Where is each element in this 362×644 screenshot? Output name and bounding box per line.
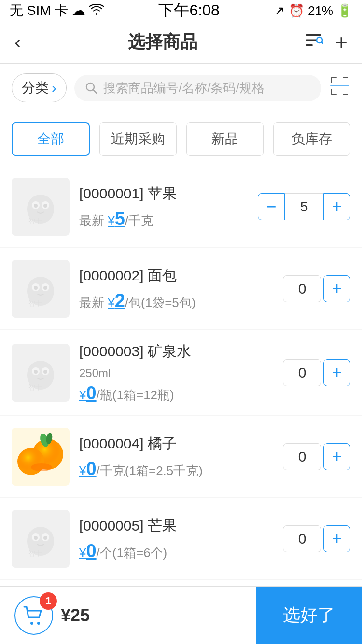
svg-rect-8 [331, 77, 332, 83]
owl-placeholder-icon: 智十 [19, 267, 62, 310]
quantity-plus-button[interactable]: + [323, 193, 350, 220]
quantity-minus-button[interactable]: − [258, 193, 285, 220]
tab-recent[interactable]: 近期采购 [99, 122, 177, 156]
svg-rect-15 [330, 85, 349, 86]
filter-icon[interactable] [304, 31, 323, 53]
product-price: 最新 ¥5/千克 [79, 209, 258, 229]
cart-icon [23, 606, 44, 625]
svg-point-60 [37, 622, 40, 625]
back-button[interactable]: ‹ [14, 31, 21, 53]
product-price: ¥0/千克(1箱=2.5千克) [79, 459, 283, 479]
quantity-control: + [283, 525, 350, 552]
svg-point-45 [43, 536, 47, 540]
svg-text:智十: 智十 [28, 217, 42, 225]
svg-text:智十: 智十 [28, 299, 42, 307]
svg-rect-0 [306, 34, 321, 36]
status-time: 下午6:08 [158, 0, 219, 21]
quantity-plus-button[interactable]: + [323, 359, 350, 386]
svg-rect-14 [348, 89, 348, 95]
search-area: 分类 › 搜索商品编号/名称/条码/规格 [0, 64, 362, 112]
cart-total: ¥25 [61, 605, 90, 626]
quantity-control: + [283, 443, 350, 470]
price-label: 最新 [79, 213, 108, 228]
svg-point-20 [43, 204, 47, 208]
product-thumbnail: 智十 [12, 510, 70, 568]
product-thumbnail: 智十 [12, 260, 70, 318]
alarm-icon: ⏰ [289, 3, 304, 18]
svg-point-26 [43, 286, 47, 290]
quantity-control: + [283, 359, 350, 386]
svg-point-5 [86, 83, 94, 91]
product-info: [0000003] 矿泉水 250ml ¥0/瓶(1箱=12瓶) [79, 342, 283, 404]
location-icon: ↗ [274, 3, 285, 18]
tab-all[interactable]: 全部 [12, 122, 90, 156]
product-price: ¥0/瓶(1箱=12瓶) [79, 383, 283, 404]
list-item: 智十 [0000005] 芒果 ¥0/个(1箱=6个) + [0, 498, 362, 579]
product-info: [0000002] 面包 最新 ¥2/包(1袋=5包) [79, 266, 283, 311]
tab-neg-stock[interactable]: 负库存 [273, 122, 350, 156]
nav-actions: + [304, 30, 348, 55]
nav-bar: ‹ 选择商品 + [0, 21, 362, 64]
svg-line-4 [321, 42, 323, 43]
price-num: 5 [115, 209, 125, 229]
list-item: 智十 [0000001] 苹果 最新 ¥5/千克 − + [0, 166, 362, 247]
product-price: ¥0/个(1箱=6个) [79, 541, 283, 561]
battery-icon: 🔋 [337, 3, 352, 18]
no-sim-label: 无 SIM 卡 ☁ [10, 1, 85, 20]
page-title: 选择商品 [128, 30, 197, 54]
svg-point-38 [31, 463, 52, 471]
svg-point-32 [43, 370, 47, 374]
scan-icon[interactable] [329, 75, 350, 101]
product-info: [0000005] 芒果 ¥0/个(1箱=6个) [79, 516, 283, 561]
bottom-bar: 1 ¥25 选好了 [0, 586, 362, 644]
svg-point-25 [34, 286, 38, 290]
owl-placeholder-icon: 智十 [19, 351, 62, 394]
owl-placeholder-icon: 智十 [19, 185, 62, 228]
product-info: [0000001] 苹果 最新 ¥5/千克 [79, 184, 258, 229]
quantity-input[interactable] [283, 443, 321, 470]
product-name: [0000001] 苹果 [79, 184, 258, 204]
category-arrow: › [52, 80, 56, 96]
svg-rect-12 [331, 89, 332, 95]
confirm-button[interactable]: 选好了 [256, 587, 362, 644]
cart-area: 1 ¥25 [0, 596, 256, 635]
svg-line-6 [94, 90, 97, 94]
svg-rect-10 [348, 77, 348, 83]
svg-text:智十: 智十 [28, 549, 42, 557]
battery-label: 21% [308, 3, 333, 18]
svg-rect-2 [306, 44, 313, 46]
list-item: 智十 [0000003] 矿泉水 250ml ¥0/瓶(1箱=12瓶) + [0, 330, 362, 415]
quantity-plus-button[interactable]: + [323, 525, 350, 552]
quantity-control: + [283, 275, 350, 302]
search-placeholder: 搜索商品编号/名称/条码/规格 [103, 80, 312, 97]
product-spec: 250ml [79, 366, 283, 380]
quantity-control: − + [258, 193, 350, 220]
add-icon[interactable]: + [335, 30, 348, 55]
svg-point-19 [34, 204, 38, 208]
category-button[interactable]: 分类 › [12, 73, 67, 102]
quantity-plus-button[interactable]: + [323, 275, 350, 302]
search-icon [84, 81, 98, 95]
svg-point-59 [30, 622, 33, 625]
orange-image [12, 428, 70, 486]
tab-new[interactable]: 新品 [186, 122, 264, 156]
quantity-input[interactable] [285, 193, 323, 220]
category-label: 分类 [22, 79, 49, 97]
product-list: 智十 [0000001] 苹果 最新 ¥5/千克 − + 智十 [0, 166, 362, 644]
svg-text:智十: 智十 [28, 383, 42, 391]
owl-placeholder-icon: 智十 [19, 517, 62, 560]
cart-icon-wrap[interactable]: 1 [14, 596, 53, 635]
svg-point-31 [34, 370, 38, 374]
product-name: [0000004] 橘子 [79, 434, 283, 454]
product-thumbnail: 智十 [12, 344, 70, 402]
product-thumbnail [12, 428, 70, 486]
svg-rect-1 [306, 40, 317, 41]
quantity-input[interactable] [283, 525, 321, 552]
quantity-input[interactable] [283, 275, 321, 302]
price-yuan: ¥ [108, 213, 114, 228]
search-input-wrap[interactable]: 搜索商品编号/名称/条码/规格 [74, 75, 321, 101]
status-right: ↗ ⏰ 21% 🔋 [274, 3, 352, 18]
cart-badge: 1 [40, 592, 57, 610]
quantity-input[interactable] [283, 359, 321, 386]
quantity-plus-button[interactable]: + [323, 443, 350, 470]
